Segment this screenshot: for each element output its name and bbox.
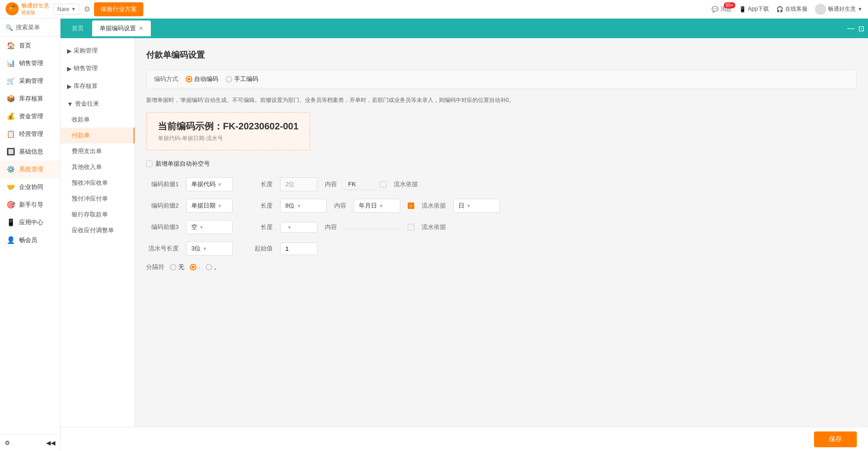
- auto-fill-row: 新增单据自动补空号: [146, 160, 857, 168]
- sidebar-item-purchase[interactable]: 🛒 采购管理: [0, 72, 60, 90]
- member-icon: 👤: [7, 236, 15, 244]
- prefix2-row: 编码前缀2 单据日期 ▼ 长度 8位 ▼ 内容 年月日: [146, 199, 857, 213]
- auto-fill-label: 新增单据自动补空号: [155, 160, 210, 168]
- prefix1-select[interactable]: 单据代码 ▼: [186, 177, 233, 191]
- sub-item-bank-deposit[interactable]: 银行存取款单: [61, 207, 135, 222]
- prefix3-select[interactable]: 空 ▼: [186, 220, 233, 234]
- length2-select[interactable]: 8位 ▼: [280, 199, 327, 213]
- page-content: ▶ 采购管理 ▶ 销售管理 ▶ 库存核算: [61, 38, 868, 427]
- sep-none-radio[interactable]: 无: [170, 263, 184, 271]
- sub-group-purchase-title[interactable]: ▶ 采购管理: [61, 43, 135, 59]
- form-area: 付款单编码设置 编码方式 自动编码 手工编码: [135, 38, 868, 427]
- serial-length-select[interactable]: 3位 ▼: [186, 242, 233, 256]
- guide-icon: 🎯: [7, 201, 15, 209]
- serial1-checkbox[interactable]: [380, 181, 386, 188]
- sep-dot-radio[interactable]: ·: [190, 264, 200, 271]
- basic-icon: 🔲: [7, 148, 15, 156]
- content1-value: FK: [344, 179, 372, 190]
- sub-item-other-income[interactable]: 其他收入单: [61, 159, 135, 175]
- tab-close-icon[interactable]: ✕: [139, 25, 143, 32]
- user-menu[interactable]: 畅通好生意 ▼: [815, 4, 862, 15]
- topbar-dropdown[interactable]: Nare ▼: [53, 4, 80, 15]
- sub-item-expense[interactable]: 费用支出单: [61, 143, 135, 159]
- tab-barcode-settings[interactable]: 单据编码设置 ✕: [92, 20, 151, 36]
- code-example-value: 当前编码示例：FK-20230602-001: [158, 120, 298, 133]
- home-icon: 🏠: [7, 41, 15, 50]
- maximize-icon[interactable]: ⊡: [858, 24, 864, 33]
- sidebar-item-cooperation[interactable]: 🤝 企业协同: [0, 178, 60, 196]
- minimize-icon[interactable]: —: [847, 24, 855, 33]
- sidebar-item-member[interactable]: 👤 畅会员: [0, 231, 60, 249]
- content2-arrow-icon: ▼: [379, 203, 384, 209]
- save-button[interactable]: 保存: [814, 431, 857, 447]
- tab-barcode-settings-label: 单据编码设置: [100, 24, 136, 33]
- sidebar-item-basic[interactable]: 🔲 基础信息: [0, 143, 60, 161]
- sidebar-item-operations[interactable]: 📋 经营管理: [0, 125, 60, 143]
- sub-item-prepay-pay[interactable]: 预付冲应付单: [61, 191, 135, 207]
- tab-home[interactable]: 首页: [64, 20, 91, 36]
- message-icon: 💬: [712, 6, 719, 13]
- auto-encode-radio[interactable]: 自动编码: [186, 75, 218, 83]
- sidebar-item-apps[interactable]: 📱 应用中心: [0, 214, 60, 231]
- manual-encode-radio[interactable]: 手工编码: [226, 75, 258, 83]
- messages-button[interactable]: 💬 消息 99+: [712, 5, 732, 13]
- serial2-unit-select[interactable]: 日 ▼: [453, 199, 500, 213]
- prefix3-label: 编码前缀3: [146, 223, 179, 231]
- sidebar-item-system[interactable]: ⚙️ 系统管理: [0, 161, 60, 178]
- sidebar-label: 基础信息: [19, 148, 43, 156]
- sidebar-search[interactable]: 🔍 搜索菜单: [0, 19, 60, 37]
- code-example-box: 当前编码示例：FK-20230602-001 单据代码-单据日期-流水号: [146, 112, 310, 150]
- experience-button[interactable]: 体验行业方案: [94, 2, 143, 16]
- sub-item-receive-pay-adj[interactable]: 应收应付调整单: [61, 222, 135, 238]
- app-download-button[interactable]: 📱 App下载: [739, 5, 769, 13]
- online-service-button[interactable]: 🎧 在线客服: [776, 5, 807, 13]
- search-icon: 🔍: [6, 24, 13, 31]
- serial3-checkbox[interactable]: [408, 224, 414, 230]
- encoding-mode-radio-group: 自动编码 手工编码: [186, 75, 258, 83]
- prefix2-label: 编码前缀2: [146, 202, 179, 210]
- prefix2-select[interactable]: 单据日期 ▼: [186, 199, 233, 213]
- sub-group-inventory-calc-title[interactable]: ▶ 库存核算: [61, 78, 135, 94]
- sidebar-label: 新手引导: [19, 201, 43, 209]
- sidebar-label: 采购管理: [19, 77, 43, 85]
- gear-icon[interactable]: ⚙: [84, 5, 90, 13]
- sep-dot-circle: [190, 264, 196, 270]
- content2-select[interactable]: 年月日 ▼: [354, 199, 400, 213]
- collapse-icon[interactable]: ◀◀: [46, 439, 55, 446]
- length1-label: 长度: [240, 180, 273, 188]
- serial1-label: 流水依据: [394, 180, 418, 188]
- finance-icon: 💰: [7, 112, 15, 121]
- start-value-input[interactable]: [280, 242, 317, 255]
- sidebar-item-home[interactable]: 🏠 首页: [0, 37, 60, 54]
- online-service-label: 在线客服: [785, 5, 807, 13]
- sidebar-item-finance[interactable]: 💰 资金管理: [0, 108, 60, 125]
- content2-label: 内容: [334, 202, 346, 210]
- settings-bottom-icon[interactable]: ⚙: [5, 439, 10, 446]
- sub-group-capital-title[interactable]: ▼ 资金往来: [61, 96, 135, 112]
- sidebar-item-sales[interactable]: 📊 销售管理: [0, 54, 60, 72]
- sidebar-label: 应用中心: [19, 218, 43, 227]
- code-desc: 单据代码-单据日期-流水号: [158, 135, 298, 142]
- service-icon: 🎧: [776, 6, 783, 13]
- sidebar-label: 企业协同: [19, 183, 43, 191]
- length3-select[interactable]: ▼: [280, 222, 317, 233]
- content3-value: [344, 225, 400, 229]
- sub-item-payment[interactable]: 付款单: [61, 128, 135, 143]
- manual-encode-circle: [226, 76, 232, 82]
- sub-group-inventory-calc: ▶ 库存核算: [61, 78, 135, 94]
- sub-item-receipt[interactable]: 收款单: [61, 112, 135, 128]
- sidebar-label: 经营管理: [19, 130, 43, 138]
- chevron-down-icon: ▼: [71, 7, 76, 12]
- sidebar-item-inventory[interactable]: 📦 库存核算: [0, 90, 60, 108]
- sep-other-radio[interactable]: 。: [206, 263, 220, 271]
- sep-none-label: 无: [178, 263, 184, 271]
- auto-fill-checkbox[interactable]: [146, 161, 153, 167]
- purchase-icon: 🛒: [7, 77, 15, 85]
- sub-group-sales-out-title[interactable]: ▶ 销售管理: [61, 61, 135, 76]
- chevron-right-icon: ▶: [67, 65, 72, 72]
- sidebar-item-guide[interactable]: 🎯 新手引导: [0, 196, 60, 214]
- sep-dot-label: ·: [198, 264, 200, 271]
- sub-item-prepay-receive[interactable]: 预收冲应收单: [61, 175, 135, 191]
- sidebar: 🔍 搜索菜单 🏠 首页 📊 销售管理 🛒 采购管理 📦 库存核算 💰 资金管理 …: [0, 19, 61, 451]
- serial2-checkbox[interactable]: ✓: [408, 202, 414, 209]
